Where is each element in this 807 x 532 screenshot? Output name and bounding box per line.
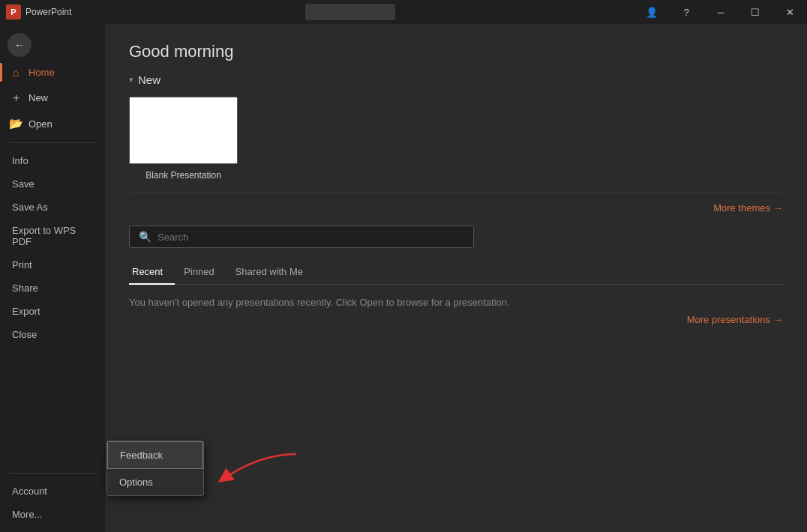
more-themes-label: More themes [713,202,770,214]
more-themes-link[interactable]: More themes → [713,202,783,214]
popup-item-options[interactable]: Options [107,469,203,495]
minimize-button[interactable]: ─ [704,0,738,24]
open-icon: 📂 [9,117,22,130]
sidebar: ← ⌂ Home ＋ New 📂 Open Info Save Save As … [0,24,105,532]
sidebar-item-open[interactable]: 📂 Open [0,111,105,136]
template-thumbnail [129,97,238,164]
more-presentations-row: More presentations → [129,314,783,325]
sidebar-item-new[interactable]: ＋ New [0,85,105,111]
minimize-icon: ─ [717,7,724,18]
chevron-down-icon: ▾ [129,75,134,85]
app-icon: P [6,4,21,19]
app-title: PowerPoint [26,7,71,17]
titlebar-left: P PowerPoint [6,4,71,19]
account-icon: 👤 [646,7,658,18]
sidebar-item-save-as[interactable]: Save As [0,196,105,219]
more-themes-row: More themes → [129,202,783,214]
titlebar-search [305,4,395,20]
help-icon: ? [683,7,688,18]
new-section-label: New [138,73,160,86]
account-button[interactable]: 👤 [634,0,669,24]
sidebar-item-account[interactable]: Account [0,480,105,503]
search-icon: 🔍 [139,231,152,243]
popup-overlay: Feedback Options [106,441,204,496]
tab-pinned[interactable]: Pinned [181,260,226,284]
close-icon: ✕ [786,7,794,18]
search-input[interactable] [158,232,464,243]
template-name: Blank Presentation [146,170,221,181]
tab-shared[interactable]: Shared with Me [232,260,315,284]
sidebar-new-label: New [28,92,48,103]
greeting: Good morning [129,42,783,61]
new-icon: ＋ [9,91,22,105]
more-themes-arrow-icon: → [773,202,783,214]
more-presentations-link[interactable]: More presentations → [687,314,783,325]
sidebar-item-export-wps[interactable]: Export to WPS PDF [0,219,105,253]
search-box: 🔍 [129,226,474,248]
sidebar-divider-1 [9,142,96,143]
titlebar: P PowerPoint 👤 ? ─ ☐ ✕ [0,0,807,24]
titlebar-controls: 👤 ? ─ ☐ ✕ [634,0,807,24]
main-content: Good morning ▾ New Blank Presentation Mo… [105,24,807,532]
back-button[interactable]: ← [8,33,32,57]
restore-icon: ☐ [751,7,760,18]
more-presentations-label: More presentations [687,314,770,325]
empty-message: You haven't opened any presentations rec… [129,297,783,308]
home-icon: ⌂ [9,66,22,79]
more-presentations-arrow-icon: → [773,314,783,325]
template-blank[interactable]: Blank Presentation [129,97,238,181]
sidebar-item-export[interactable]: Export [0,300,105,323]
sidebar-item-more[interactable]: More... [0,503,105,526]
popup-item-feedback[interactable]: Feedback [107,441,203,469]
section-divider [129,193,783,193]
help-button[interactable]: ? [669,0,704,24]
popup-menu: Feedback Options [106,441,204,496]
close-button[interactable]: ✕ [772,0,807,24]
tab-recent[interactable]: Recent [129,260,175,285]
new-section-header[interactable]: ▾ New [129,73,783,86]
sidebar-item-print[interactable]: Print [0,253,105,276]
sidebar-bottom: Account More... [0,467,105,532]
sidebar-item-info[interactable]: Info [0,149,105,172]
sidebar-item-close[interactable]: Close [0,323,105,346]
templates-row: Blank Presentation [129,97,783,181]
sidebar-item-home[interactable]: ⌂ Home [0,60,105,85]
sidebar-divider-2 [9,473,96,474]
sidebar-item-share[interactable]: Share [0,276,105,300]
sidebar-home-label: Home [28,67,55,78]
tabs-row: Recent Pinned Shared with Me [129,260,783,285]
restore-button[interactable]: ☐ [738,0,772,24]
sidebar-item-save[interactable]: Save [0,172,105,196]
sidebar-open-label: Open [28,118,52,130]
